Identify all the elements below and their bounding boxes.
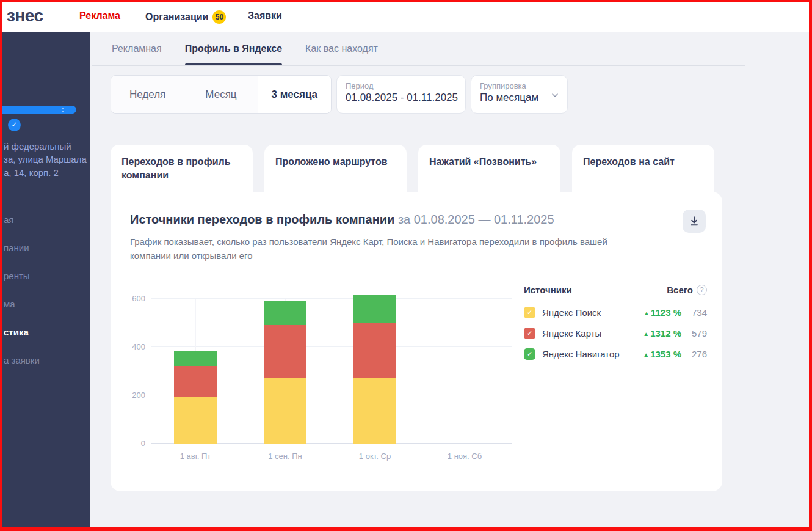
legend-header: Источники: [524, 285, 572, 295]
bar-1 ноя. Сб: [443, 299, 486, 444]
progress-bar: [0, 106, 76, 114]
period-value: 01.08.2025 - 01.11.2025: [346, 92, 457, 104]
download-icon: [688, 215, 700, 227]
grouping-value: По месяцам: [480, 92, 559, 104]
series-checkbox-search[interactable]: ✓: [524, 307, 535, 318]
bar-1 сен. Пн: [264, 299, 306, 444]
nav-item-organizations[interactable]: Организации50: [145, 10, 226, 24]
chart-legend: Источники Всего ? ✓ Яндекс Поиск ▲1123 %…: [524, 285, 707, 369]
legend-row-search: ✓ Яндекс Поиск ▲1123 % 734: [524, 307, 707, 318]
sidebar-menu-item[interactable]: ма: [4, 290, 90, 318]
stats-tabbar: Рекламная Профиль в Яндексе Как вас нахо…: [92, 32, 745, 66]
period-label: Период: [346, 81, 457, 90]
range-3months-button[interactable]: 3 месяца: [258, 76, 331, 113]
legend-total-header: Всего: [667, 285, 693, 295]
yandex-business-logo[interactable]: знес: [7, 6, 43, 26]
organizations-count-badge: 50: [212, 10, 226, 24]
grouping-label: Группировка: [480, 81, 559, 90]
legend-row-navigator: ✓ Яндекс Навигатор ▲1353 % 276: [524, 348, 707, 360]
chart-title-period: за 01.08.2025 — 01.11.2025: [398, 213, 554, 226]
series-checkbox-maps[interactable]: ✓: [524, 328, 535, 339]
grouping-dropdown[interactable]: Группировка По месяцам: [471, 75, 568, 114]
chevron-down-icon: [550, 90, 560, 100]
sidebar-menu: ая пании ренты ма стика а заявки: [4, 205, 90, 374]
address-line: а, 14, корп. 2: [4, 166, 90, 179]
bar-chart-plot: 02004006001 авг. Пт1 сен. Пн1 окт. Ср1 н…: [151, 299, 512, 444]
progress-handle-dots: [62, 108, 64, 112]
top-header: знес Реклама Организации50 Заявки: [2, 2, 809, 32]
series-total: 734: [681, 307, 707, 318]
range-month-button[interactable]: Месяц: [184, 76, 258, 113]
verified-check-icon: ✓: [8, 119, 21, 131]
sources-chart-card: Источники переходов в профиль компании з…: [111, 192, 722, 491]
download-button[interactable]: [683, 210, 706, 233]
series-total: 579: [681, 328, 707, 339]
sidebar-menu-item[interactable]: ая: [4, 205, 90, 233]
address-line: й федеральный: [4, 140, 90, 153]
address-line: за, улица Маршала: [4, 153, 90, 166]
tab-advertising[interactable]: Рекламная: [112, 32, 162, 65]
legend-row-maps: ✓ Яндекс Карты ▲1312 % 579: [524, 328, 707, 339]
range-week-button[interactable]: Неделя: [111, 76, 184, 113]
tab-how-found[interactable]: Как вас находят: [305, 32, 378, 65]
bar-1 авг. Пт: [174, 299, 217, 444]
sidebar-menu-item[interactable]: ренты: [4, 262, 90, 290]
period-picker[interactable]: Период 01.08.2025 - 01.11.2025: [336, 75, 466, 114]
up-triangle-icon: ▲: [643, 331, 649, 337]
sidebar: ✓ й федеральный за, улица Маршала а, 14,…: [2, 32, 90, 527]
chart-title: Источники переходов в профиль компании з…: [130, 213, 554, 227]
company-address: й федеральный за, улица Маршала а, 14, к…: [4, 140, 90, 179]
series-checkbox-navigator[interactable]: ✓: [524, 348, 535, 360]
up-triangle-icon: ▲: [643, 310, 650, 317]
tab-profile-in-yandex[interactable]: Профиль в Яндексе: [185, 32, 282, 65]
sidebar-menu-item-statistics[interactable]: стика: [4, 318, 90, 346]
bar-1 окт. Ср: [353, 299, 396, 444]
app-window: знес Реклама Организации50 Заявки ✓ й фе…: [0, 0, 812, 531]
sidebar-menu-item[interactable]: пании: [4, 233, 90, 262]
help-icon[interactable]: ?: [697, 285, 707, 295]
up-triangle-icon: ▲: [643, 351, 649, 358]
nav-item-advertising[interactable]: Реклама: [79, 10, 120, 21]
date-range-segmented-control: Неделя Месяц 3 месяца: [111, 75, 332, 114]
series-total: 276: [681, 349, 707, 359]
sidebar-menu-item[interactable]: а заявки: [4, 346, 90, 374]
chart-subtitle: График показывает, сколько раз пользоват…: [130, 235, 618, 263]
nav-item-requests[interactable]: Заявки: [248, 10, 282, 21]
